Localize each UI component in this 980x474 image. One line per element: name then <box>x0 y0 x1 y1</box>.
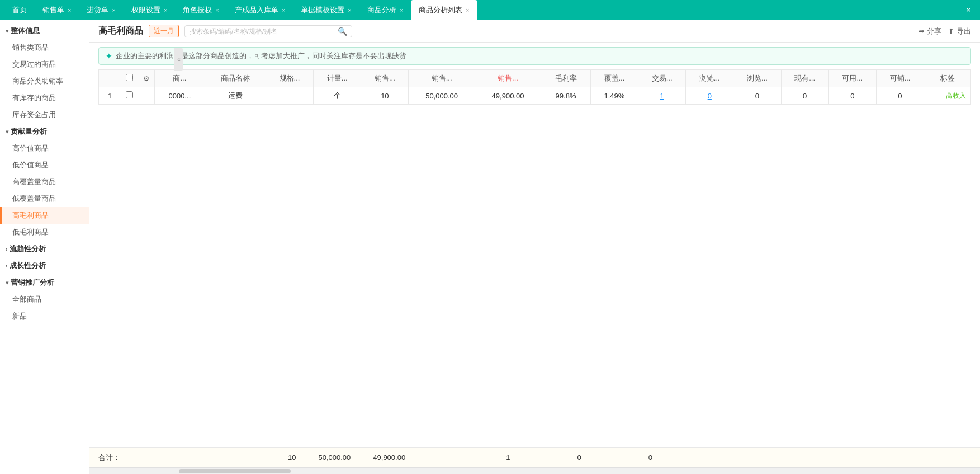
content-area: « 高毛利商品 近一月 🔍 ➦ 分享 ⬆ 导出 ✦ 企 <box>89 20 980 474</box>
cell-index: 1 <box>99 87 121 105</box>
sidebar-group-contribution[interactable]: ▾ 贡献量分析 <box>0 123 89 140</box>
content-header: 高毛利商品 近一月 🔍 ➦ 分享 ⬆ 导出 <box>89 20 980 43</box>
cell-sale-stock: 0 <box>876 87 924 105</box>
search-box: 🔍 <box>184 25 352 37</box>
cell-current-stock: 0 <box>781 87 828 105</box>
cell-sale-amt: 50,000.00 <box>409 87 475 105</box>
sidebar-item-high-coverage[interactable]: 高覆盖量商品 <box>0 173 89 190</box>
main-layout: ▾ 整体信息 销售类商品 交易过的商品 商品分类助销率 有库存的商品 库存资金占… <box>0 20 980 474</box>
arrow-trend-icon: › <box>6 246 7 252</box>
select-all-checkbox[interactable] <box>126 74 133 81</box>
share-icon: ➦ <box>919 27 925 35</box>
nav-product-storage[interactable]: 产成品入库单 × <box>227 0 293 20</box>
th-sale-profit: 销售... <box>475 70 541 87</box>
th-browse1: 浏览... <box>686 70 733 87</box>
th-check <box>121 70 138 87</box>
nav-sales-close[interactable]: × <box>68 7 71 13</box>
sidebar-item-high-value[interactable]: 高价值商品 <box>0 140 89 157</box>
sidebar-item-category-rate[interactable]: 商品分类助销率 <box>0 73 89 90</box>
period-button[interactable]: 近一月 <box>149 25 179 37</box>
nav-template[interactable]: 单据模板设置 × <box>293 0 359 20</box>
th-setting[interactable]: ⚙ <box>138 70 155 87</box>
nav-purchase-close[interactable]: × <box>112 7 115 13</box>
export-icon: ⬆ <box>948 27 954 35</box>
nav-purchase[interactable]: 进货单 × <box>79 0 123 20</box>
th-gross-rate: 毛利率 <box>541 70 591 87</box>
sidebar-item-high-margin[interactable]: 高毛利商品 <box>0 207 89 224</box>
cell-sale-qty: 10 <box>361 87 409 105</box>
cell-coverage: 1.49% <box>590 87 638 105</box>
footer-sale-profit: 49,900.00 <box>373 453 405 462</box>
cell-browse1: 0 <box>686 87 733 105</box>
sidebar: ▾ 整体信息 销售类商品 交易过的商品 商品分类助销率 有库存的商品 库存资金占… <box>0 20 89 474</box>
cell-browse2: 0 <box>733 87 781 105</box>
cell-tag: 高收入 <box>924 87 971 105</box>
arrow-marketing-icon: ▾ <box>6 280 8 286</box>
arrow-growth-icon: › <box>6 263 7 269</box>
nav-role[interactable]: 角色授权 × <box>175 0 226 20</box>
sidebar-item-stock-capital[interactable]: 库存资金占用 <box>0 106 89 123</box>
cell-name: 运费 <box>205 87 266 105</box>
nav-product-analysis-list[interactable]: 商品分析列表 × <box>411 0 477 20</box>
sidebar-item-low-value[interactable]: 低价值商品 <box>0 157 89 173</box>
footer-bar: 合计： 10 50,000.00 49,900.00 1 0 0 <box>89 447 980 467</box>
sidebar-item-low-margin[interactable]: 低毛利商品 <box>0 224 89 241</box>
th-sale-amt: 销售... <box>409 70 475 87</box>
arrow-overall-icon: ▾ <box>6 28 8 34</box>
cell-code: 0000... <box>155 87 205 105</box>
nav-permission-close[interactable]: × <box>164 7 167 13</box>
footer-label: 合计： <box>98 453 120 463</box>
th-name: 商品名称 <box>205 70 266 87</box>
th-sale-stock: 可销... <box>876 70 924 87</box>
th-tag: 标签 <box>924 70 971 87</box>
cell-sale-profit: 49,900.00 <box>475 87 541 105</box>
nav-sales[interactable]: 销售单 × <box>35 0 79 20</box>
sidebar-group-trend[interactable]: › 流趋性分析 <box>0 241 89 257</box>
sidebar-item-sale-goods[interactable]: 销售类商品 <box>0 39 89 56</box>
share-button[interactable]: ➦ 分享 <box>919 26 941 36</box>
nav-product-analysis[interactable]: 商品分析 × <box>359 0 411 20</box>
search-input[interactable] <box>190 27 335 35</box>
cell-unit: 个 <box>314 87 361 105</box>
table-header-row: ⚙ 商... 商品名称 规格... 计量... <box>99 70 971 87</box>
cell-trade-count: 1 <box>638 87 686 105</box>
th-index <box>99 70 121 87</box>
sidebar-collapse-button[interactable]: « <box>174 48 183 71</box>
cell-setting <box>138 87 155 105</box>
header-actions: ➦ 分享 ⬆ 导出 <box>919 26 971 36</box>
cell-check <box>121 87 138 105</box>
bottom-scrollbar[interactable] <box>89 467 980 474</box>
sidebar-item-all-goods[interactable]: 全部商品 <box>0 291 89 308</box>
th-avail-stock: 可用... <box>828 70 876 87</box>
cell-spec <box>266 87 313 105</box>
scrollbar-thumb[interactable] <box>179 469 291 473</box>
th-current-stock: 现有... <box>781 70 828 87</box>
table-container[interactable]: ⚙ 商... 商品名称 规格... 计量... <box>89 69 980 447</box>
sidebar-item-low-coverage[interactable]: 低覆盖量商品 <box>0 190 89 207</box>
nav-permission[interactable]: 权限设置 × <box>124 0 175 20</box>
export-button[interactable]: ⬆ 导出 <box>948 26 971 36</box>
nav-product-storage-close[interactable]: × <box>282 7 285 13</box>
top-navigation: 首页 销售单 × 进货单 × 权限设置 × 角色授权 × 产成品入库单 × 单据… <box>0 0 980 20</box>
row-checkbox[interactable] <box>126 91 133 98</box>
cell-avail-stock: 0 <box>828 87 876 105</box>
page-title: 高毛利商品 <box>98 25 143 37</box>
global-close-button[interactable]: × <box>962 5 976 15</box>
search-icon[interactable]: 🔍 <box>338 27 347 36</box>
nav-product-analysis-list-close[interactable]: × <box>466 7 469 13</box>
sidebar-item-new-goods[interactable]: 新品 <box>0 308 89 325</box>
th-trade-count: 交易... <box>638 70 686 87</box>
nav-product-analysis-close[interactable]: × <box>400 7 403 13</box>
nav-role-close[interactable]: × <box>215 7 219 13</box>
sidebar-group-marketing[interactable]: ▾ 营销推广分析 <box>0 274 89 291</box>
nav-home[interactable]: 首页 <box>4 0 35 20</box>
nav-template-close[interactable]: × <box>348 7 351 13</box>
th-code: 商... <box>155 70 205 87</box>
sidebar-group-growth[interactable]: › 成长性分析 <box>0 257 89 274</box>
footer-browse1: 0 <box>577 453 581 462</box>
sidebar-item-in-stock[interactable]: 有库存的商品 <box>0 90 89 106</box>
footer-avail-stock: 0 <box>648 453 652 462</box>
sidebar-group-overall[interactable]: ▾ 整体信息 <box>0 22 89 39</box>
sidebar-item-traded-goods[interactable]: 交易过的商品 <box>0 56 89 73</box>
footer-sale-qty: 10 <box>288 453 296 462</box>
